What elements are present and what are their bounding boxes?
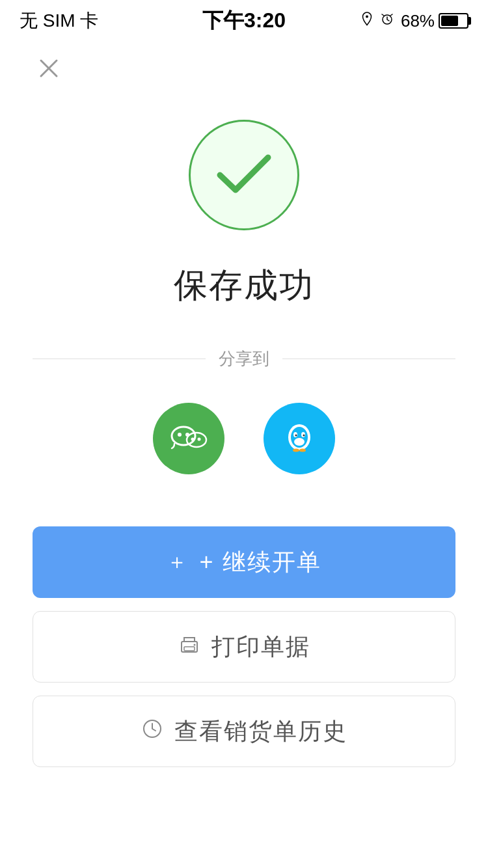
- success-title: 保存成功: [174, 263, 314, 308]
- svg-rect-21: [184, 647, 195, 651]
- action-buttons: ＋ + 继续开单 打印单据 查看销货单历: [33, 526, 455, 767]
- battery-container: 68%: [401, 11, 468, 31]
- svg-point-9: [197, 437, 200, 441]
- svg-point-8: [191, 437, 194, 441]
- share-divider: 分享到: [33, 347, 455, 370]
- svg-point-18: [293, 448, 299, 452]
- status-bar-left: 无 SIM 卡: [20, 8, 105, 33]
- svg-point-7: [185, 433, 189, 437]
- svg-point-22: [194, 644, 196, 646]
- continue-label: + 继续开单: [199, 547, 321, 578]
- sim-status: 无 SIM 卡: [20, 8, 98, 33]
- checkmark-icon: [215, 152, 273, 198]
- clock-icon: [141, 717, 164, 746]
- history-label: 查看销货单历史: [174, 716, 347, 748]
- divider-line-right: [282, 359, 455, 359]
- plus-icon: ＋: [167, 548, 189, 576]
- share-divider-text: 分享到: [219, 347, 269, 370]
- success-icon-circle: [189, 120, 299, 230]
- battery-icon: [439, 13, 468, 29]
- continue-button[interactable]: ＋ + 继续开单: [33, 526, 455, 598]
- battery-fill: [441, 16, 458, 26]
- svg-point-0: [366, 15, 368, 18]
- status-bar-time: 下午3:20: [202, 7, 286, 35]
- main-content: 保存成功 分享到: [0, 42, 488, 767]
- battery-text: 68%: [401, 11, 435, 31]
- share-icons-container: [153, 403, 335, 474]
- history-button[interactable]: 查看销货单历史: [33, 696, 455, 767]
- status-bar: 无 SIM 卡 下午3:20: [0, 0, 488, 42]
- alarm-icon: [380, 11, 394, 31]
- qq-share-button[interactable]: [264, 403, 335, 474]
- wechat-share-button[interactable]: [153, 403, 224, 474]
- location-icon: [360, 11, 373, 31]
- printer-icon: [178, 632, 201, 661]
- print-button[interactable]: 打印单据: [33, 611, 455, 683]
- svg-point-4: [172, 427, 195, 445]
- svg-point-19: [299, 448, 306, 452]
- svg-point-6: [178, 433, 182, 437]
- svg-point-17: [294, 438, 305, 446]
- qq-icon: [278, 418, 321, 460]
- print-label: 打印单据: [211, 631, 310, 663]
- svg-point-14: [295, 434, 297, 436]
- close-button[interactable]: [33, 52, 65, 85]
- svg-point-15: [303, 434, 305, 436]
- svg-point-5: [187, 433, 206, 447]
- wechat-icon: [168, 418, 210, 460]
- divider-line-left: [33, 359, 206, 359]
- status-bar-right: 68%: [360, 11, 468, 31]
